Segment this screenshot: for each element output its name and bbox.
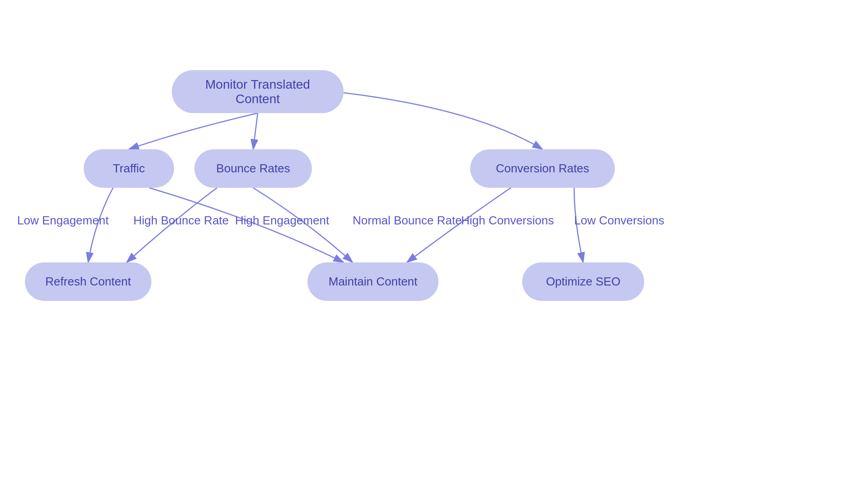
node-maintain: Maintain Content	[307, 262, 439, 301]
node-conversion: Conversion Rates	[470, 149, 615, 188]
label-low-conversions: Low Conversions	[574, 214, 664, 228]
node-bounce-label: Bounce Rates	[216, 162, 290, 176]
label-high-conversions: High Conversions	[461, 214, 554, 228]
node-traffic-label: Traffic	[113, 162, 145, 176]
connection-lines	[0, 0, 868, 490]
node-seo: Optimize SEO	[522, 262, 644, 301]
label-normal-bounce: Normal Bounce Rate	[353, 214, 462, 228]
node-maintain-label: Maintain Content	[329, 275, 418, 289]
node-seo-label: Optimize SEO	[546, 275, 621, 289]
node-root: Monitor Translated Content	[172, 70, 344, 113]
diagram-container: Monitor Translated Content Traffic Bounc…	[0, 0, 868, 490]
node-conversion-label: Conversion Rates	[496, 162, 590, 176]
label-high-engagement: High Engagement	[235, 214, 329, 228]
node-refresh: Refresh Content	[25, 262, 151, 301]
node-bounce: Bounce Rates	[194, 149, 312, 188]
label-low-engagement: Low Engagement	[17, 214, 108, 228]
node-traffic: Traffic	[84, 149, 174, 188]
node-root-label: Monitor Translated Content	[190, 77, 326, 106]
label-high-bounce: High Bounce Rate	[133, 214, 229, 228]
node-refresh-label: Refresh Content	[45, 275, 131, 289]
